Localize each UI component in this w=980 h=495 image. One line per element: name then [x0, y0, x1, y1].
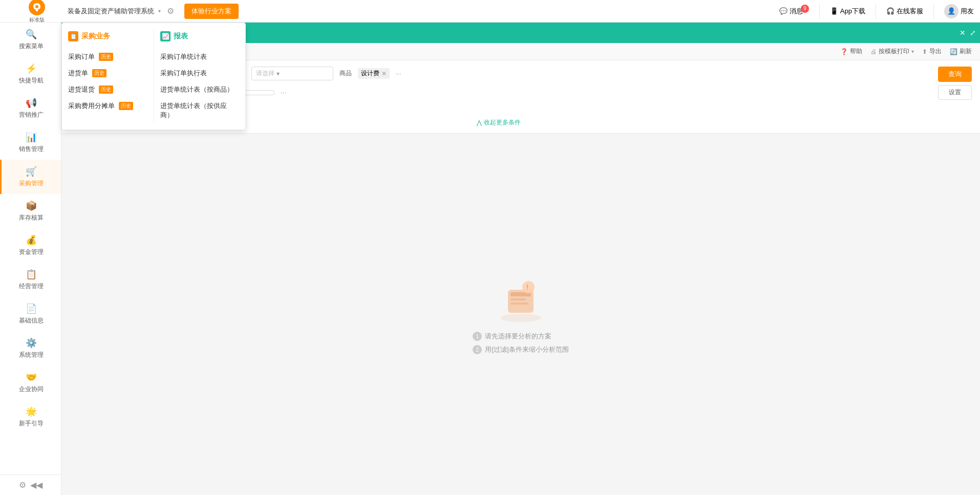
sidebar-label-collab: 企业协同	[19, 385, 44, 394]
online-service-group[interactable]: 🎧 在线客服	[886, 7, 923, 16]
sidebar-label-inventory: 库存核算	[19, 213, 44, 222]
collapse-up-icon: ⋀	[477, 119, 482, 126]
report-title-label: 报表	[174, 32, 188, 41]
collapse-label: 收起更多条件	[484, 118, 521, 127]
sidebar-item-sysmanage[interactable]: ⚙️ 系统管理	[0, 331, 61, 365]
logo-area: 标准版	[6, 0, 68, 24]
filter-actions: 查询 设置	[938, 67, 972, 100]
svg-rect-5	[510, 303, 528, 305]
receipt-by-goods-label: 进货单统计表（按商品）	[160, 85, 233, 94]
doc-status-arrow: ▾	[276, 70, 280, 77]
dropdown-col-purchase: 📋 采购业务 采购订单 历史 进货单 历史 进货退货 历史 采购费用分摊单 历史	[62, 29, 154, 123]
svg-point-0	[35, 5, 38, 8]
order-exec-label: 采购订单执行表	[160, 69, 207, 78]
online-service-label: 在线客服	[897, 7, 923, 16]
help-action[interactable]: ❓ 帮助	[840, 47, 862, 56]
system-name: 装备及固定资产辅助管理系统	[68, 7, 154, 16]
sidebar-item-collab[interactable]: 🤝 企业协同	[0, 365, 61, 400]
inventory-icon: 📦	[26, 200, 37, 211]
setting-button[interactable]: 设置	[938, 85, 972, 100]
goods-more-dots[interactable]: ···	[396, 70, 401, 77]
sidebar-item-search[interactable]: 🔍 搜索菜单	[0, 23, 61, 57]
sidebar-item-inventory[interactable]: 📦 库存核算	[0, 194, 61, 228]
sidebar-item-sales[interactable]: 📊 销售管理	[0, 125, 61, 160]
quicknav-icon: ⚡	[26, 63, 37, 74]
user-group[interactable]: 👤 用友	[944, 4, 974, 18]
query-button[interactable]: 查询	[938, 67, 972, 82]
refresh-action[interactable]: 🔄 刷新	[950, 47, 972, 56]
empty-hints: 1 请先选择要分析的方案 2 用[过滤]条件来缩小分析范围	[473, 332, 568, 354]
sidebar-item-newguide[interactable]: 🌟 新手引导	[0, 400, 61, 434]
user-label: 用友	[961, 7, 974, 16]
system-title-area: 装备及固定资产辅助管理系统 ▾ ⚙ 体验行业方案	[68, 4, 779, 19]
purchase-return-label: 进货退货	[68, 85, 95, 94]
doc-status-select[interactable]: 请选择 ▾	[251, 67, 333, 80]
sidebar-item-quicknav[interactable]: ⚡ 快捷导航	[0, 57, 61, 91]
dropdown-item-purchase-expense[interactable]: 采购费用分摊单 历史	[68, 98, 147, 114]
export-icon: ⬆	[922, 48, 927, 55]
dropdown-item-order-stat[interactable]: 采购订单统计表	[160, 49, 239, 65]
sidebar-label-purchase: 采购管理	[19, 179, 44, 188]
salesperson-dots[interactable]: ···	[281, 89, 286, 96]
industry-button[interactable]: 体验行业方案	[184, 4, 239, 19]
dropdown-item-receipt-by-supplier[interactable]: 进货单统计表（按供应商）	[160, 98, 239, 123]
sidebar-label-quicknav: 快捷导航	[19, 76, 44, 85]
history-badge-3: 历史	[119, 102, 133, 110]
settings-icon[interactable]: ⚙	[167, 6, 174, 16]
sidebar-label-sales: 销售管理	[19, 145, 44, 154]
basicinfo-icon: 📄	[26, 303, 37, 314]
user-avatar: 👤	[944, 4, 958, 18]
dropdown-item-purchase-return[interactable]: 进货退货 历史	[68, 81, 147, 98]
sidebar-label-marketing: 营销推广	[19, 111, 44, 119]
system-dropdown-arrow[interactable]: ▾	[158, 8, 161, 14]
export-action[interactable]: ⬆ 导出	[922, 47, 942, 56]
purchase-order-label: 采购订单	[68, 52, 95, 61]
sidebar-label-finance: 资金管理	[19, 248, 44, 256]
purchase-col-icon: 📋	[68, 31, 78, 41]
purchase-icon: 🛒	[26, 166, 37, 177]
sidebar-collapse-btn[interactable]: ◀◀	[30, 480, 42, 490]
template-print-action[interactable]: 🖨 按模板打印 ▾	[870, 47, 914, 56]
sidebar-item-marketing[interactable]: 📢 营销推广	[0, 91, 61, 125]
app-download-group[interactable]: 📱 App下载	[830, 7, 865, 16]
tab-expand-btn[interactable]: ⤢	[970, 29, 976, 37]
tab-close-window-btn[interactable]: ✕	[960, 29, 966, 37]
svg-point-6	[522, 281, 535, 293]
sidebar-label-basicinfo: 基础信息	[19, 316, 44, 325]
goods-tag[interactable]: 设计费 ✕	[358, 68, 390, 79]
dropdown-item-receipt-by-goods[interactable]: 进货单统计表（按商品）	[160, 81, 239, 98]
refresh-label: 刷新	[960, 47, 972, 56]
dropdown-item-purchase-order[interactable]: 采购订单 历史	[68, 49, 147, 65]
empty-hint-2: 2 用[过滤]条件来缩小分析范围	[473, 345, 568, 354]
logo-icon	[29, 0, 45, 15]
dropdown-item-order-exec[interactable]: 采购订单执行表	[160, 65, 239, 81]
hint-num-1: 1	[473, 332, 482, 341]
doc-status-placeholder: 请选择	[256, 69, 274, 78]
messages-group[interactable]: 💬 消息 9	[779, 7, 809, 16]
history-badge-1: 历史	[92, 69, 106, 77]
sidebar-item-operations[interactable]: 📋 经营管理	[0, 263, 61, 297]
goods-tag-close[interactable]: ✕	[381, 70, 387, 77]
sidebar-item-purchase[interactable]: 🛒 采购管理	[0, 160, 61, 194]
sidebar-item-basicinfo[interactable]: 📄 基础信息	[0, 297, 61, 331]
sidebar: 🔍 搜索菜单 ⚡ 快捷导航 📢 营销推广 📊 销售管理 🛒 采购管理 📦 库存核…	[0, 23, 61, 495]
svg-rect-4	[510, 298, 526, 300]
sidebar-bottom: ⚙ ◀◀	[0, 475, 61, 495]
help-icon: ❓	[840, 48, 848, 55]
app-download-label: App下载	[840, 7, 865, 16]
dropdown-purchase-title: 📋 采购业务	[68, 29, 147, 44]
collapse-button[interactable]: ⋀ 收起更多条件	[477, 118, 521, 127]
sales-icon: 📊	[26, 132, 37, 143]
help-label: 帮助	[850, 47, 862, 56]
newguide-icon: 🌟	[26, 406, 37, 417]
hint-num-2: 2	[473, 345, 482, 354]
print-icon: 🖨	[870, 48, 877, 55]
receipt-by-supplier-label: 进货单统计表（按供应商）	[160, 101, 239, 120]
dropdown-item-purchase-receipt[interactable]: 进货单 历史	[68, 65, 147, 81]
sidebar-settings-btn[interactable]: ⚙	[19, 480, 26, 490]
sidebar-item-finance[interactable]: 💰 资金管理	[0, 228, 61, 263]
print-dropdown-icon[interactable]: ▾	[911, 49, 914, 54]
sysmanage-icon: ⚙️	[26, 337, 37, 349]
purchase-expense-label: 采购费用分摊单	[68, 101, 115, 111]
phone-icon: 📱	[830, 7, 838, 15]
